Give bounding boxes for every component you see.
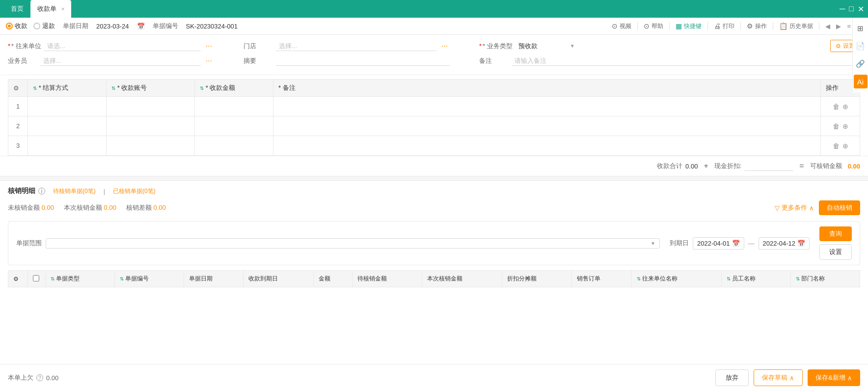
tab-bar-right: ─ □ ✕ (840, 4, 864, 14)
sort-icon-number[interactable]: ⇅ (120, 276, 124, 281)
operate-icon: ⚙ (747, 22, 753, 30)
row1-remark[interactable] (273, 97, 821, 116)
verif-title: 核销明细 i (8, 187, 45, 196)
sort-icon-account[interactable]: ⇅ (111, 85, 115, 91)
biz-type-dropdown-icon[interactable]: ▼ (570, 43, 575, 49)
sidebar-table-icon[interactable]: ⊞ (854, 22, 868, 35)
table-footer: 收款合计 0.00 + 现金折扣: = 可核销金额 0.00 (0, 156, 868, 176)
row3-settle[interactable] (28, 136, 107, 156)
sort-icon-partner[interactable]: ⇅ (637, 276, 641, 281)
range-label: 单据范围 (16, 239, 42, 248)
conditions-chevron-icon: ∧ (809, 204, 814, 212)
row1-delete-icon[interactable]: 🗑 (833, 103, 840, 111)
th-settings[interactable]: ⚙ (8, 80, 28, 97)
scrollbar-placeholder (0, 293, 868, 323)
sidebar-doc-icon[interactable]: 📄 (854, 39, 868, 53)
available-value: 0.00 (848, 163, 860, 170)
video-btn[interactable]: ⊙ 视频 (612, 22, 631, 30)
calendar-icon[interactable]: 📅 (137, 23, 145, 30)
operate-btn[interactable]: ⚙ 操作 (747, 22, 767, 30)
staff-ellipsis-btn[interactable]: ··· (204, 56, 214, 65)
bottom-info-icon[interactable]: ? (36, 374, 43, 381)
th2-due: 收款到期日 (244, 271, 313, 287)
abandon-btn[interactable]: 放弃 (715, 369, 749, 386)
row2-settle[interactable] (28, 116, 107, 136)
verif-header: 核销明细 i 待核销单据(0笔) | 已核销单据(0笔) (8, 187, 860, 196)
save-new-dropdown-icon[interactable]: ∧ (847, 374, 852, 382)
staff-input[interactable] (40, 56, 201, 66)
row3-amount[interactable] (195, 136, 273, 156)
save-new-btn[interactable]: 保存&新增 ∧ (808, 369, 860, 386)
save-draft-dropdown-icon[interactable]: ∧ (789, 374, 794, 382)
row2-copy-icon[interactable]: ⊕ (842, 122, 848, 130)
sidebar-ai-icon[interactable]: Ai (854, 75, 868, 88)
verif-info-icon[interactable]: i (38, 188, 45, 195)
nav-next-icon[interactable]: ▶ (836, 23, 841, 30)
tab-receipt[interactable]: 收款单 × (30, 0, 71, 18)
radio-refund[interactable]: 退款 (33, 22, 55, 30)
store-field: 门店 ··· (244, 41, 450, 51)
verif-tab1[interactable]: 待核销单据(0笔) (53, 187, 96, 196)
partner-label: ** 往来单位 (8, 42, 41, 51)
print-btn[interactable]: 🖨 打印 (714, 22, 734, 30)
window-minimize-icon[interactable]: ─ (840, 4, 845, 13)
more-conditions-btn[interactable]: ▽ 更多条件 ∧ (775, 203, 814, 212)
shortcut-btn[interactable]: ▦ 快捷键 (676, 22, 702, 30)
help-btn[interactable]: ⊙ 帮助 (644, 22, 663, 30)
history-btn[interactable]: 📋 历史单据 (779, 22, 813, 30)
sort-icon-dept[interactable]: ⇅ (796, 276, 800, 281)
table2-header-row: ⚙ ⇅ 单据类型 ⇅ 单据编号 单据日期 (8, 271, 860, 287)
sort-icon-amount[interactable]: ⇅ (200, 85, 204, 91)
row1-settle[interactable] (28, 97, 107, 116)
row1-account[interactable] (107, 97, 195, 116)
tab-home-label: 首页 (11, 4, 24, 13)
query-btn[interactable]: 查询 (819, 226, 852, 241)
window-close-icon[interactable]: ✕ (858, 4, 864, 14)
row3-account[interactable] (107, 136, 195, 156)
th2-date: 单据日期 (184, 271, 244, 287)
row3-delete-icon[interactable]: 🗑 (833, 142, 840, 150)
auto-cancel-btn[interactable]: 自动核销 (819, 200, 860, 215)
date-from-input[interactable]: 2022-04-01 📅 (693, 237, 744, 250)
row2-remark[interactable] (273, 116, 821, 136)
date-value[interactable]: 2023-03-24 (96, 23, 129, 30)
row2-amount[interactable] (195, 116, 273, 136)
verif-section: 核销明细 i 待核销单据(0笔) | 已核销单据(0笔) 未核销金额 0.00 … (0, 181, 868, 293)
discount-input[interactable] (744, 161, 793, 171)
sort-icon-type[interactable]: ⇅ (51, 276, 54, 281)
store-input[interactable] (276, 41, 436, 51)
main-table: ⚙ ⇅ * 结算方式 ⇅ * 收款账号 ⇅ * 收款金额 (8, 79, 860, 156)
date-to-input[interactable]: 2022-04-12 📅 (759, 237, 810, 250)
th2-settings[interactable]: ⚙ (8, 271, 28, 287)
nav-prev-icon[interactable]: ◀ (825, 23, 830, 30)
sort-icon-settle[interactable]: ⇅ (33, 85, 37, 91)
row3-copy-icon[interactable]: ⊕ (842, 142, 848, 150)
tab-close-icon[interactable]: × (61, 6, 64, 12)
summary-input[interactable] (276, 56, 450, 66)
table-settings-btn[interactable]: 设置 (819, 244, 852, 260)
tab-home[interactable]: 首页 (4, 0, 30, 18)
partner-ellipsis-btn[interactable]: ··· (204, 42, 214, 51)
table-settings-gear-icon[interactable]: ⚙ (13, 84, 19, 92)
row3-remark[interactable] (273, 136, 821, 156)
verif-tab2[interactable]: 已核销单据(0笔) (113, 187, 156, 196)
table2-gear-icon[interactable]: ⚙ (13, 276, 19, 282)
sidebar-link-icon[interactable]: 🔗 (854, 57, 868, 71)
save-draft-btn[interactable]: 保存草稿 ∧ (754, 369, 803, 386)
row1-amount[interactable] (195, 97, 273, 116)
partner-input[interactable] (44, 41, 201, 51)
window-maximize-icon[interactable]: □ (849, 4, 854, 13)
th2-checkbox[interactable] (28, 271, 46, 287)
row2-account[interactable] (107, 116, 195, 136)
form-row-2: 业务员 ··· 摘要 备注 (8, 56, 860, 66)
row1-copy-icon[interactable]: ⊕ (842, 103, 848, 111)
note-input[interactable] (512, 56, 860, 66)
select-all-checkbox[interactable] (33, 275, 39, 281)
range-select[interactable]: ▼ (46, 238, 660, 249)
sort-icon-staff[interactable]: ⇅ (727, 276, 731, 281)
list-view-icon[interactable]: ≡ (847, 23, 851, 30)
radio-receipt[interactable]: 收款 (6, 22, 27, 30)
row2-delete-icon[interactable]: 🗑 (833, 122, 840, 130)
store-ellipsis-btn[interactable]: ··· (439, 42, 450, 51)
range-dropdown-icon: ▼ (651, 241, 655, 246)
